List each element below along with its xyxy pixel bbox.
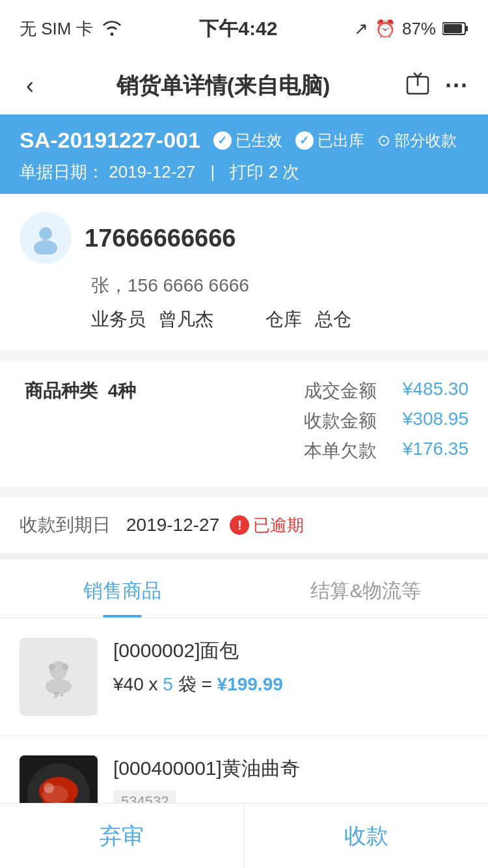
- overdue-text: 已逾期: [253, 514, 304, 537]
- nav-bar: ‹ 销货单详情(来自电脑) ···: [0, 57, 488, 115]
- product-price-1: ¥40 x 5 袋 = ¥199.99: [113, 672, 468, 697]
- bottom-bar: 弃审 收款: [0, 803, 488, 868]
- header-date: 单据日期： 2019-12-27 | 打印 2 次: [20, 161, 468, 183]
- alarm-icon: ⏰: [375, 19, 396, 39]
- carrier-text: 无 SIM 卡: [20, 18, 93, 40]
- received-value: ¥308.95: [403, 409, 468, 433]
- svg-rect-2: [444, 24, 462, 33]
- amount-value: ¥485.30: [403, 379, 468, 403]
- avatar: [20, 212, 72, 264]
- sales-rep-value: 曾凡杰: [159, 309, 213, 329]
- product-image-1: 罗+: [20, 638, 98, 716]
- amount-label: 成交金额: [304, 379, 377, 403]
- more-icon[interactable]: ···: [445, 72, 468, 100]
- battery-icon: [442, 21, 468, 36]
- battery-text: 87%: [402, 19, 436, 39]
- stats-section: 商品种类 4种 成交金额 ¥485.30 收款金额 ¥308.95 本单欠款 ¥…: [0, 360, 488, 487]
- wifi-icon: [101, 21, 123, 36]
- svg-point-6: [34, 240, 57, 254]
- confirm-button[interactable]: 收款: [245, 804, 489, 868]
- share-icon[interactable]: [406, 72, 429, 100]
- overdue-badge: ! 已逾期: [230, 514, 304, 537]
- page-title: 销货单详情(来自电脑): [116, 71, 331, 101]
- customer-id: 17666666666: [85, 224, 236, 252]
- due-section: 收款到期日 2019-12-27 ! 已逾期: [0, 497, 488, 560]
- status-time: 下午4:42: [199, 16, 277, 42]
- due-date-label: 收款到期日: [20, 513, 111, 537]
- warehouse-label: 仓库: [265, 309, 302, 329]
- svg-point-10: [62, 664, 68, 670]
- svg-point-5: [39, 227, 52, 240]
- svg-point-16: [44, 783, 54, 793]
- product-name-2: [000400001]黄油曲奇: [113, 755, 468, 782]
- warehouse-value: 总仓: [315, 309, 351, 329]
- product-name-1: [0000002]面包: [113, 638, 468, 664]
- status-partial: ⊙ 部分收款: [377, 130, 457, 151]
- status-shipped: ✓ 已出库: [295, 130, 364, 151]
- cancel-button[interactable]: 弃审: [0, 804, 245, 868]
- sales-rep-label: 业务员: [91, 309, 146, 329]
- product-info-1: [0000002]面包 ¥40 x 5 袋 = ¥199.99: [113, 638, 468, 697]
- tab-settlement[interactable]: 结算&物流等: [244, 560, 488, 617]
- overdue-icon: !: [230, 515, 249, 535]
- customer-section: 17666666666 张，156 6666 6666 业务员 曾凡杰 仓库 总…: [0, 194, 488, 350]
- customer-meta: 业务员 曾凡杰 仓库 总仓: [91, 307, 468, 332]
- location-icon: ↗: [354, 19, 368, 39]
- financial-stats: 成交金额 ¥485.30 收款金额 ¥308.95 本单欠款 ¥176.35: [304, 379, 468, 468]
- product-types: 商品种类 4种: [20, 379, 136, 403]
- debt-value: ¥176.35: [403, 439, 468, 463]
- customer-contact: 张，156 6666 6666: [91, 273, 468, 298]
- due-date-value: 2019-12-27: [126, 515, 219, 536]
- header-banner: SA-20191227-001 ✓ 已生效 ✓ 已出库 ⊙ 部分收款 单据日期：…: [0, 115, 488, 194]
- status-right: ↗ ⏰ 87%: [354, 19, 468, 39]
- svg-text:罗+: 罗+: [53, 692, 64, 699]
- status-left: 无 SIM 卡: [20, 18, 123, 40]
- status-bar: 无 SIM 卡 下午4:42 ↗ ⏰ 87%: [0, 0, 488, 57]
- svg-point-9: [49, 664, 55, 670]
- product-item: 罗+ [0000002]面包 ¥40 x 5 袋 = ¥199.99: [0, 618, 488, 736]
- status-effective: ✓ 已生效: [213, 130, 282, 151]
- tabs: 销售商品 结算&物流等: [0, 560, 488, 618]
- tab-sales-products[interactable]: 销售商品: [0, 560, 244, 617]
- received-label: 收款金额: [304, 409, 377, 433]
- nav-actions: ···: [406, 72, 468, 100]
- debt-label: 本单欠款: [304, 439, 377, 463]
- svg-rect-1: [465, 26, 468, 31]
- order-id: SA-20191227-001: [20, 128, 200, 153]
- back-button[interactable]: ‹: [20, 66, 40, 106]
